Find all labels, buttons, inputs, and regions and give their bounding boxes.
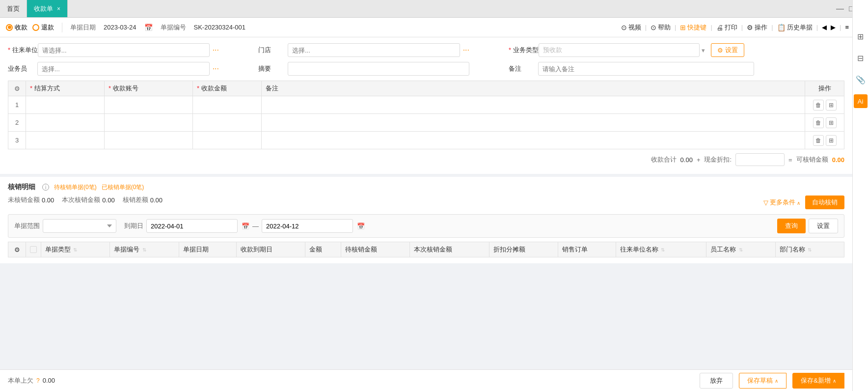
number-label: 单据编号 <box>161 23 186 32</box>
row-2-remark[interactable] <box>262 114 805 132</box>
tab-close-icon[interactable]: × <box>57 5 60 12</box>
form-row-2: 业务员 ··· 摘要 备注 <box>8 62 844 76</box>
row-1-remark[interactable] <box>262 96 805 114</box>
auto-verify-button[interactable]: 自动核销 <box>805 196 844 209</box>
window-min-icon[interactable]: — <box>836 4 844 13</box>
row-1-copy-btn[interactable]: ⊞ <box>826 100 837 111</box>
staff-input[interactable] <box>37 62 210 76</box>
pending-tab-link[interactable]: 待核销单据(0笔) <box>54 183 97 192</box>
sidebar-icon-2[interactable]: ⊟ <box>854 51 868 65</box>
verify-header: 核销明细 i 待核销单据(0笔) 已核销单据(0笔) <box>8 183 844 192</box>
date-to-calendar-icon[interactable]: 📅 <box>357 223 365 230</box>
bottom-bar: 本单上欠 ? 0.00 放弃 保存草稿 保存&新增 <box>0 369 852 391</box>
summary-label: 摘要 <box>258 64 288 73</box>
row-3-copy-btn[interactable]: ⊞ <box>826 135 837 146</box>
video-btn[interactable]: ⊙ 视频 <box>621 23 641 32</box>
save-new-chevron-icon <box>833 377 836 384</box>
table-settings-icon[interactable]: ⚙ <box>14 85 20 92</box>
search-bar: 单据范围 到期日 📅 — 📅 查询 设置 <box>8 214 844 238</box>
biz-type-input[interactable] <box>539 43 700 57</box>
form-row-1: 往来单位 ··· 门店 ··· 业务类型 ▾ ⚙ 设置 <box>8 43 844 57</box>
counterpart-label: 往来单位 <box>8 46 38 55</box>
save-new-btn-group: 保存&新增 <box>792 373 844 389</box>
save-draft-button[interactable]: 保存草稿 <box>739 373 787 389</box>
help-icon: ⊙ <box>651 24 656 31</box>
row-2-account[interactable] <box>105 114 193 132</box>
bottom-info: 本单上欠 ? 0.00 <box>8 376 55 385</box>
query-button[interactable]: 查询 <box>777 219 806 233</box>
range-select[interactable] <box>43 219 116 233</box>
remark-input[interactable] <box>538 62 754 76</box>
counterpart-more-icon[interactable]: ··· <box>213 46 219 55</box>
settings-button-2[interactable]: 设置 <box>809 219 838 233</box>
tab-home-label: 首页 <box>7 4 20 13</box>
sidebar-ai-icon[interactable]: Ai <box>854 94 868 108</box>
row-3-account[interactable] <box>105 132 193 149</box>
action-btn[interactable]: ⚙ 操作 <box>747 23 767 32</box>
tab-home[interactable]: 首页 <box>0 0 27 17</box>
filter-right: ▽ 更多条件 自动核销 <box>763 196 844 209</box>
settings-gear-icon: ⚙ <box>717 47 723 54</box>
sidebar-icon-1[interactable]: ⊞ <box>854 29 868 43</box>
shortcut-btn[interactable]: ⊞ 快捷键 <box>680 23 706 32</box>
table-row: 3 🗑 ⊞ <box>8 132 844 149</box>
view-list-icon[interactable]: ≡ <box>845 24 849 31</box>
row-1-amount[interactable] <box>193 96 262 114</box>
stats-filter-row: 未核销金额 0.00 本次核销金额 0.00 核销差额 0.00 ▽ 更多条件 <box>8 196 844 209</box>
due-date-from-input[interactable] <box>146 219 238 233</box>
main-scroll: 往来单位 ··· 门店 ··· 业务类型 ▾ ⚙ 设置 <box>0 37 852 369</box>
staff-label: 业务员 <box>8 64 37 73</box>
bottom-info-help-icon[interactable]: ? <box>36 377 40 384</box>
summary-input[interactable] <box>288 62 469 76</box>
settings-button[interactable]: ⚙ 设置 <box>711 43 744 57</box>
discount-input[interactable] <box>735 153 785 166</box>
nav-prev-icon[interactable]: ◀ <box>822 24 827 31</box>
row-2-delete-btn[interactable]: 🗑 <box>813 117 824 128</box>
staff-field: 业务员 ··· <box>8 62 219 76</box>
due-date-to-input[interactable] <box>262 219 353 233</box>
verify-info-icon[interactable]: i <box>42 184 49 191</box>
abandon-button[interactable]: 放弃 <box>700 373 733 389</box>
counterpart-col: 往来单位名称 ⇅ <box>616 242 706 257</box>
more-conditions-chevron <box>797 199 800 206</box>
equals-sign: = <box>788 156 792 164</box>
row-1-account[interactable] <box>105 96 193 114</box>
bottom-table-settings-icon[interactable]: ⚙ <box>14 246 20 253</box>
date-value: 2023-03-24 <box>104 24 136 31</box>
row-3-settlement[interactable] <box>26 132 105 149</box>
row-1-delete-btn[interactable]: 🗑 <box>813 100 824 111</box>
nav-next-icon[interactable]: ▶ <box>831 24 836 31</box>
row-3-amount[interactable] <box>193 132 262 149</box>
right-sidebar: ⊞ ⊟ 📎 Ai <box>852 0 868 391</box>
row-num-3: 3 <box>8 132 26 149</box>
staff-more-icon[interactable]: ··· <box>213 64 219 73</box>
biz-type-dropdown-icon[interactable]: ▾ <box>702 47 705 54</box>
discount-col: 折扣分摊额 <box>489 242 558 257</box>
refund-radio[interactable]: 退款 <box>32 23 54 32</box>
row-1-settlement[interactable] <box>26 96 105 114</box>
verified-tab-link[interactable]: 已核销单据(0笔) <box>102 183 144 192</box>
shop-more-icon[interactable]: ··· <box>463 46 469 55</box>
save-new-button[interactable]: 保存&新增 <box>792 373 844 389</box>
net-label: 可核销金额 <box>796 155 828 164</box>
row-2-amount[interactable] <box>193 114 262 132</box>
calendar-icon[interactable]: 📅 <box>144 24 153 31</box>
row-3-delete-btn[interactable]: 🗑 <box>813 135 824 146</box>
print-btn[interactable]: 🖨 打印 <box>716 23 737 32</box>
row-2-copy-btn[interactable]: ⊞ <box>826 117 837 128</box>
help-btn[interactable]: ⊙ 帮助 <box>651 23 671 32</box>
shop-input[interactable] <box>288 43 460 57</box>
current-amount-value: 0.00 <box>102 196 114 204</box>
tab-receipt[interactable]: 收款单 × <box>27 0 68 17</box>
receipt-radio[interactable]: 收款 <box>6 23 27 32</box>
counterpart-input[interactable] <box>38 43 210 57</box>
history-btn[interactable]: 📋 历史单据 <box>777 23 813 32</box>
date-from-calendar-icon[interactable]: 📅 <box>242 223 249 230</box>
more-conditions-link[interactable]: ▽ 更多条件 <box>763 198 800 207</box>
row-2-settlement[interactable] <box>26 114 105 132</box>
due-date-field: 到期日 📅 — 📅 <box>124 219 365 233</box>
save-draft-btn-group: 保存草稿 <box>739 373 787 389</box>
select-all-checkbox[interactable] <box>30 246 37 253</box>
row-3-remark[interactable] <box>262 132 805 149</box>
sidebar-icon-3[interactable]: 📎 <box>854 73 868 86</box>
